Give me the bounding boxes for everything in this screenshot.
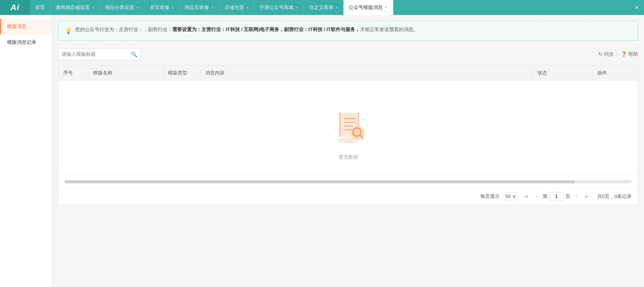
horizontal-scrollbar[interactable] <box>65 180 632 183</box>
page-navigation: ⊲ ‹ 第 页 › ⊳ <box>522 192 591 201</box>
divider: | <box>617 51 618 57</box>
scrollbar-thumb <box>65 180 575 183</box>
tab-item[interactable]: 首页 <box>30 0 50 15</box>
th-type: 模版类型 <box>163 66 201 80</box>
main-layout: 模版消息模版消息记录 💡 您的公众号行业为：主营行业：，副营行业：需要设置为：主… <box>0 15 644 287</box>
th-no: 序号 <box>59 66 89 80</box>
prev-page-button[interactable]: ‹ <box>532 192 541 201</box>
app-logo: Ai <box>0 0 30 15</box>
page-number-input[interactable] <box>549 192 564 201</box>
tab-close-icon[interactable]: × <box>172 5 174 10</box>
sync-icon: ↻ <box>598 51 603 57</box>
table-header: 序号 模版名称 模版类型 消息内容 状态 操作 <box>59 66 638 80</box>
tab-item[interactable]: 公众号模版消息× <box>343 0 393 15</box>
th-content: 消息内容 <box>201 66 533 80</box>
tab-item[interactable]: 首页装修× <box>145 0 179 15</box>
chevron-down-icon: ∨ <box>512 193 516 199</box>
th-action: 操作 <box>593 66 638 80</box>
tab-close-icon[interactable]: × <box>336 5 338 10</box>
help-icon: ❓ <box>621 51 627 57</box>
tab-close-icon[interactable]: × <box>211 5 213 10</box>
tab-bar: 首页微商城店铺设置×商品分类设置×首页装修×商品页装修×店铺主题×开通公众号商城… <box>30 0 629 15</box>
empty-state: ✦ ✦ ✦ 暂无数据 <box>59 80 638 175</box>
svg-text:✦: ✦ <box>363 117 366 122</box>
tab-close-icon[interactable]: × <box>136 5 139 10</box>
per-page-label: 每页显示 <box>480 193 500 200</box>
scrollbar-area <box>59 175 638 188</box>
close-all-button[interactable]: × <box>629 0 644 15</box>
sidebar-item[interactable]: 模版消息记录 <box>0 34 52 50</box>
bulb-icon: 💡 <box>65 26 72 36</box>
pagination: 每页显示 50 ∨ ⊲ ‹ 第 页 › ⊳ 共0页，0条记录 <box>59 188 638 205</box>
search-input-wrapper[interactable]: 🔍 <box>58 48 141 60</box>
next-page-button[interactable]: › <box>572 192 581 201</box>
top-navigation: Ai 首页微商城店铺设置×商品分类设置×首页装修×商品页装修×店铺主题×开通公众… <box>0 0 644 15</box>
tab-close-icon[interactable]: × <box>246 5 249 10</box>
data-table: 序号 模版名称 模版类型 消息内容 状态 操作 <box>58 65 638 205</box>
tab-close-icon[interactable]: × <box>92 5 94 10</box>
th-status: 状态 <box>533 66 593 80</box>
total-info: 共0页，0条记录 <box>597 193 632 200</box>
tab-item[interactable]: 微商城店铺设置× <box>50 0 100 15</box>
last-page-button[interactable]: ⊳ <box>582 192 591 201</box>
svg-text:✦: ✦ <box>333 127 336 131</box>
sync-button[interactable]: ↻ 同步 <box>598 51 614 58</box>
search-icon[interactable]: 🔍 <box>131 51 137 57</box>
notice-text: 您的公众号行业为：主营行业：，副营行业：需要设置为：主营行业：IT科技 / 互联… <box>75 26 632 34</box>
tab-item[interactable]: 自定义菜单× <box>304 0 343 15</box>
tab-item[interactable]: 开通公众号商城× <box>254 0 303 15</box>
tab-close-icon[interactable]: × <box>385 5 387 10</box>
tab-item[interactable]: 店铺主题× <box>219 0 254 15</box>
page-input-wrapper: 第 页 <box>543 192 570 201</box>
sidebar-item[interactable]: 模版消息 <box>0 19 52 34</box>
help-button[interactable]: ❓ 帮助 <box>621 51 638 58</box>
first-page-button[interactable]: ⊲ <box>522 192 531 201</box>
tab-item[interactable]: 商品页装修× <box>179 0 219 15</box>
search-bar: 🔍 ↻ 同步 | ❓ 帮助 <box>58 48 638 60</box>
sidebar: 模版消息模版消息记录 <box>0 15 52 287</box>
page-di-label: 第 <box>543 193 548 200</box>
search-input[interactable] <box>62 51 131 57</box>
empty-text: 暂无数据 <box>339 154 358 161</box>
empty-illustration: ✦ ✦ ✦ <box>326 103 371 148</box>
tab-close-icon[interactable]: × <box>296 5 298 10</box>
th-name: 模版名称 <box>89 66 163 80</box>
page-label: 页 <box>566 193 570 200</box>
content-area: 💡 您的公众号行业为：主营行业：，副营行业：需要设置为：主营行业：IT科技 / … <box>52 15 644 287</box>
per-page-select[interactable]: 50 ∨ <box>503 192 518 200</box>
tab-item[interactable]: 商品分类设置× <box>100 0 144 15</box>
svg-text:✦: ✦ <box>366 124 369 126</box>
search-right-actions: ↻ 同步 | ❓ 帮助 <box>598 51 638 58</box>
per-page-value: 50 <box>505 193 511 199</box>
notice-box: 💡 您的公众号行业为：主营行业：，副营行业：需要设置为：主营行业：IT科技 / … <box>58 21 638 41</box>
